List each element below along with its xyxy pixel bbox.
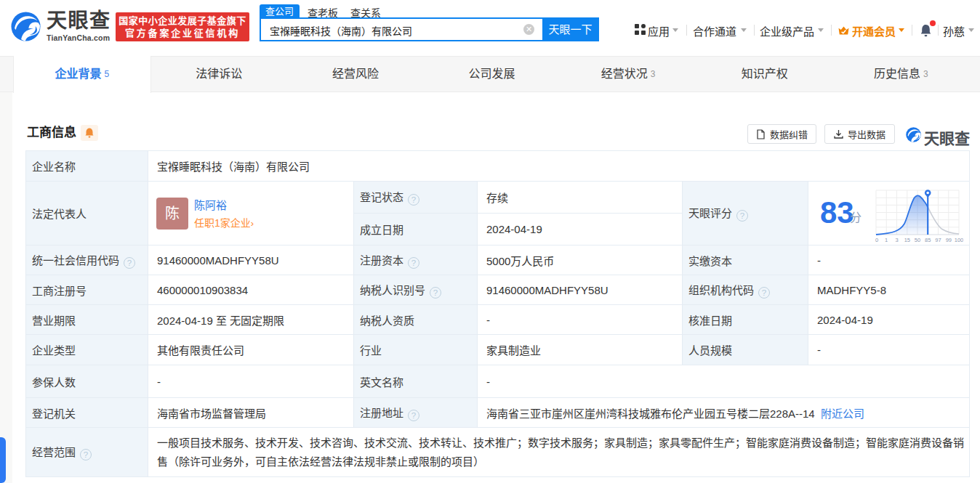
svg-text:15: 15 bbox=[904, 237, 910, 243]
svg-text:3: 3 bbox=[895, 237, 898, 243]
svg-text:85: 85 bbox=[925, 237, 931, 243]
svg-text:97: 97 bbox=[935, 237, 941, 243]
svg-text:50: 50 bbox=[915, 237, 920, 243]
svg-text:100: 100 bbox=[955, 237, 963, 243]
svg-text:99: 99 bbox=[946, 237, 952, 243]
svg-text:0: 0 bbox=[875, 237, 878, 243]
svg-text:1: 1 bbox=[885, 237, 888, 243]
